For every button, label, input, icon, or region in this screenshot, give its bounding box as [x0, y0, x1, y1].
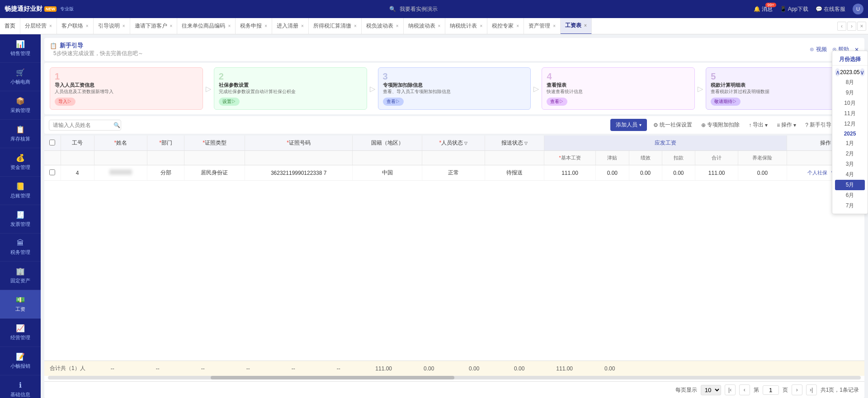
sidebar-item-invoice[interactable]: 🧾 发票管理 [0, 205, 41, 234]
sidebar-item-basics[interactable]: ℹ 基础信息 [0, 375, 41, 398]
add-person-button[interactable]: 添加人员 ▾ [610, 119, 647, 131]
step-1-button[interactable]: 导入▷ [55, 98, 75, 106]
row-checkbox[interactable] [49, 169, 55, 175]
export-button[interactable]: ↑ 导出 ▾ [746, 120, 770, 130]
month-prev-button[interactable]: ∧ [835, 68, 840, 76]
next-page-button[interactable]: › [792, 384, 802, 395]
footer-dash4: -- [230, 365, 266, 372]
close-icon[interactable]: × [396, 23, 399, 28]
month-item-12[interactable]: 12月 [832, 119, 868, 129]
tab-suode[interactable]: 所得税汇算清缴 × [309, 18, 362, 34]
close-icon[interactable]: × [228, 23, 231, 28]
social-insurance-button[interactable]: ⚙ 统一社保设置 [651, 120, 695, 130]
messages-button[interactable]: 🔔 消息 99+ [754, 5, 773, 13]
sidebar-item-salary[interactable]: 💵 工资 [0, 290, 41, 318]
prev-page-button[interactable]: ‹ [739, 384, 750, 395]
operations-button[interactable]: ≡ 操作 ▾ [774, 120, 799, 130]
tab-kehu[interactable]: 客户联络 × [57, 18, 94, 34]
tab-wanglai[interactable]: 往来单位商品编码 × [177, 18, 236, 34]
search-icon[interactable]: 🔍 [113, 122, 120, 128]
month-item-4[interactable]: 4月 [832, 169, 868, 180]
footer-performance: 0.00 [456, 365, 492, 372]
guide-subtitle: 5步快速完成设置，快去完善信息吧～ [53, 50, 143, 56]
tab-gongzi[interactable]: 工资表 × [561, 18, 592, 34]
sidebar-item-assets[interactable]: 🏢 固定资产 [0, 262, 41, 290]
tab-yaoqing[interactable]: 邀请下游客户 × [130, 18, 178, 34]
close-icon[interactable]: × [553, 23, 556, 28]
month-item-5[interactable]: 5月 [835, 180, 865, 190]
guide-video-link[interactable]: ⊙ 视频 [810, 46, 826, 53]
tab-jinru[interactable]: 进入清册 × [272, 18, 309, 34]
close-icon[interactable]: × [354, 23, 357, 28]
month-item-1[interactable]: 1月 [832, 138, 868, 149]
month-item-8[interactable]: 8月 [832, 77, 868, 88]
tab-home[interactable]: 首页 [0, 18, 20, 34]
tab-yindao[interactable]: 引导说明 × [94, 18, 130, 34]
sidebar-item-ledger[interactable]: 📒 总账管理 [0, 177, 41, 205]
sidebar-item-expense[interactable]: 📝 小畅报销 [0, 347, 41, 375]
close-icon[interactable]: × [123, 23, 125, 28]
page-input[interactable] [763, 385, 779, 395]
search-input-wrapper[interactable]: 🔍 [49, 120, 121, 131]
td-pension: 0.00 [738, 165, 787, 181]
personal-insurance-link[interactable]: 个人社保 [807, 170, 827, 175]
search-input[interactable] [53, 122, 112, 128]
online-service-button[interactable]: 💬 在线客服 [816, 5, 845, 13]
month-item-11[interactable]: 11月 [832, 108, 868, 119]
table-scroll[interactable]: 工号 *姓名 *部门 *证照类型 *证照号码 国籍（地区） *人员状态 ▽ 报送… [44, 136, 864, 361]
month-item-9[interactable]: 9月 [832, 88, 868, 98]
close-icon[interactable]: × [170, 23, 173, 28]
sidebar-item-ecommerce[interactable]: 🛒 小畅电商 [0, 63, 41, 91]
tab-shuikong[interactable]: 税控专家 × [487, 18, 524, 34]
th-sub-empty3 [94, 151, 147, 165]
month-item-6[interactable]: 6月 [832, 190, 868, 201]
horizontal-scrollbar[interactable] [48, 376, 861, 379]
month-item-10[interactable]: 10月 [832, 98, 868, 108]
month-item-2[interactable]: 2月 [832, 149, 868, 159]
step-4-button[interactable]: 查看▷ [547, 98, 567, 106]
month-item-7[interactable]: 7月 [832, 201, 868, 211]
tab-fenengcengjing[interactable]: 分层经营 × [20, 18, 57, 34]
sidebar-item-purchase[interactable]: 📦 采购管理 [0, 91, 41, 120]
table-footer: 合计共（1）人 -- -- -- -- -- -- 111.00 0.00 0.… [44, 361, 864, 376]
guide-button[interactable]: ? 新手引导 [802, 120, 834, 130]
month-year-2025[interactable]: 2025 [832, 129, 868, 138]
sidebar-item-operations[interactable]: 📈 经营管理 [0, 318, 41, 347]
page-size-select[interactable]: 10 20 50 [701, 385, 721, 395]
nav-prev-button[interactable]: ‹ [837, 22, 846, 31]
nav-close-all-button[interactable]: × [857, 22, 866, 31]
close-icon[interactable]: × [49, 23, 52, 28]
month-item-3[interactable]: 3月 [832, 159, 868, 169]
user-avatar[interactable]: U [853, 4, 863, 14]
step-3-button[interactable]: 查看▷ [383, 98, 404, 106]
close-icon[interactable]: × [86, 23, 89, 28]
close-icon[interactable]: × [438, 23, 441, 28]
close-icon[interactable]: × [584, 23, 587, 28]
close-icon[interactable]: × [480, 23, 482, 28]
tab-纳税统计[interactable]: 纳税统计表 × [445, 18, 487, 34]
special-deduction-button[interactable]: ⊕ 专项附加扣除 [698, 120, 742, 130]
tab-shuiwu[interactable]: 税务申报 × [236, 18, 272, 34]
close-icon[interactable]: × [301, 23, 304, 28]
tab-资产[interactable]: 资产管理 × [524, 18, 561, 34]
tab-납세波动[interactable]: 纳税波动表 × [404, 18, 446, 34]
scrollbar-thumb[interactable] [211, 376, 454, 379]
search-demo-text[interactable]: 我要看实例演示 [400, 5, 438, 13]
last-page-button[interactable]: ›| [806, 384, 817, 395]
app-download-button[interactable]: 📱 App下载 [780, 5, 808, 13]
close-icon[interactable]: × [264, 23, 267, 28]
nav-next-button[interactable]: › [847, 22, 856, 31]
sidebar-item-finance[interactable]: 💰 资金管理 [0, 148, 41, 177]
per-page-label: 每页显示 [675, 386, 697, 394]
first-page-button[interactable]: |‹ [725, 384, 736, 395]
sidebar-item-sales[interactable]: 📊 销售管理 [0, 34, 41, 63]
sidebar-item-inventory[interactable]: 📋 库存核算 [0, 120, 41, 148]
sidebar-item-tax[interactable]: 🏛 税务管理 [0, 234, 41, 262]
step-2-button[interactable]: 设置▷ [219, 98, 240, 106]
month-next-button[interactable]: ∨ [860, 68, 865, 76]
select-all-checkbox[interactable] [49, 140, 55, 145]
step-5-button[interactable]: 敬请期待▷ [711, 98, 741, 106]
tab-shufubo[interactable]: 税负波动表 × [362, 18, 404, 34]
sidebar-label-tax: 税务管理 [10, 249, 30, 256]
close-icon[interactable]: × [516, 23, 519, 28]
